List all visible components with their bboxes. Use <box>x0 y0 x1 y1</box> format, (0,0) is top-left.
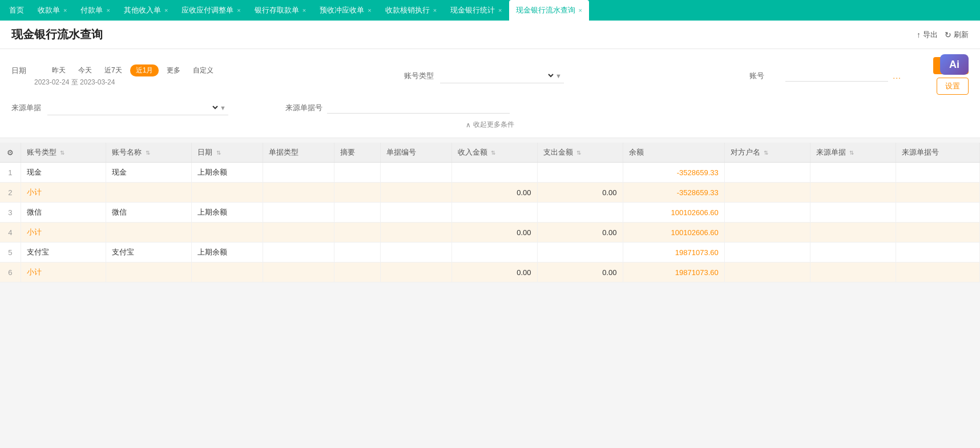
collapse-bar[interactable]: ∧ 收起更多条件 <box>11 118 969 132</box>
cell-source-doc <box>810 203 896 223</box>
date-btn-more[interactable]: 更多 <box>162 64 185 76</box>
cell-account-type: 现金 <box>21 163 106 183</box>
settings-button[interactable]: 设置 <box>937 78 969 95</box>
cell-balance: 100102606.60 <box>623 223 724 243</box>
cell-num: 3 <box>0 203 21 223</box>
th-income[interactable]: 收入金额 ⇅ <box>451 143 537 163</box>
close-tab-4-icon[interactable]: × <box>303 7 306 14</box>
close-tab-0-icon[interactable]: × <box>63 7 67 14</box>
cell-source-doc <box>810 223 896 243</box>
cell-source-doc <box>810 163 896 183</box>
date-btn-today[interactable]: 今天 <box>74 64 96 76</box>
th-balance: 余额 <box>623 143 724 163</box>
cell-balance: -3528659.33 <box>623 183 724 203</box>
table-header-row: ⚙ 账号类型 ⇅ 账号名称 ⇅ 日期 ⇅ 单据类型 摘要 单据编号 收入金额 ⇅… <box>0 143 980 163</box>
nav-tab-0[interactable]: 收款单 × <box>31 0 74 21</box>
cell-source-doc-no <box>896 263 979 282</box>
nav-tab-2[interactable]: 其他收入单 × <box>117 0 175 21</box>
refresh-button[interactable]: ↻ 刷新 <box>945 30 969 40</box>
close-tab-7-icon[interactable]: × <box>498 7 502 14</box>
cell-doc-type <box>263 203 334 223</box>
nav-tab-4[interactable]: 银行存取款单 × <box>248 0 313 21</box>
cell-account-name <box>106 223 192 243</box>
th-gear[interactable]: ⚙ <box>0 143 21 163</box>
export-icon: ↑ <box>917 30 921 39</box>
th-source-doc[interactable]: 来源单据 ⇅ <box>810 143 896 163</box>
cell-num: 1 <box>0 163 21 183</box>
account-ellipsis-button[interactable]: ... <box>893 71 901 80</box>
account-label: 账号 <box>749 71 781 81</box>
cell-source-doc-no <box>896 243 979 263</box>
nav-tab-8[interactable]: 现金银行流水查询 × <box>509 0 589 21</box>
data-table-container: ⚙ 账号类型 ⇅ 账号名称 ⇅ 日期 ⇅ 单据类型 摘要 单据编号 收入金额 ⇅… <box>0 143 980 282</box>
source-doc-select[interactable] <box>50 102 220 114</box>
date-btn-yesterday[interactable]: 昨天 <box>47 64 70 76</box>
page-title: 现金银行流水查询 <box>11 27 103 42</box>
cell-doc-type <box>263 243 334 263</box>
nav-tab-3[interactable]: 应收应付调整单 × <box>175 0 247 21</box>
close-tab-8-icon[interactable]: × <box>579 7 582 14</box>
close-tab-3-icon[interactable]: × <box>237 7 240 14</box>
cell-account-name: 微信 <box>106 203 192 223</box>
ai-assistant-badge[interactable]: Ai <box>940 54 969 75</box>
export-button[interactable]: ↑ 导出 <box>917 30 938 40</box>
cell-source-doc <box>810 263 896 282</box>
th-date[interactable]: 日期 ⇅ <box>192 143 263 163</box>
source-doc-label: 来源单据 <box>11 103 43 113</box>
th-expense[interactable]: 支出金额 ⇅ <box>537 143 623 163</box>
th-counterparty[interactable]: 对方户名 ⇅ <box>724 143 810 163</box>
close-tab-1-icon[interactable]: × <box>106 7 110 14</box>
close-tab-2-icon[interactable]: × <box>164 7 168 14</box>
cell-summary <box>334 183 380 203</box>
cell-summary <box>334 203 380 223</box>
account-type-select[interactable]: 现金 微信 支付宝 <box>442 70 555 82</box>
table-row[interactable]: 3微信微信上期余额100102606.60 <box>0 203 980 223</box>
th-account-type[interactable]: 账号类型 ⇅ <box>21 143 106 163</box>
cell-income <box>451 163 537 183</box>
collapse-up-icon: ∧ <box>466 121 471 129</box>
nav-tab-7[interactable]: 现金银行统计 × <box>443 0 509 21</box>
cell-num: 5 <box>0 243 21 263</box>
cell-date <box>192 263 263 282</box>
date-btn-custom[interactable]: 自定义 <box>188 64 218 76</box>
cell-summary <box>334 263 380 282</box>
account-type-chevron-icon: ▼ <box>555 72 562 79</box>
table-row[interactable]: 2小计0.000.00-3528659.33 <box>0 183 980 203</box>
th-account-name[interactable]: 账号名称 ⇅ <box>106 143 192 163</box>
cell-income <box>451 243 537 263</box>
table-row[interactable]: 4小计0.000.00100102606.60 <box>0 223 980 243</box>
date-btn-7days[interactable]: 近7天 <box>100 64 127 76</box>
cell-account-name: 支付宝 <box>106 243 192 263</box>
table-row[interactable]: 6小计0.000.0019871073.60 <box>0 263 980 282</box>
cell-account-name <box>106 183 192 203</box>
cell-expense <box>537 163 623 183</box>
cell-expense <box>537 203 623 223</box>
cell-income: 0.00 <box>451 263 537 282</box>
date-btn-1month[interactable]: 近1月 <box>130 64 159 76</box>
nav-home[interactable]: 首页 <box>2 0 31 21</box>
account-input[interactable] <box>785 70 888 82</box>
nav-tab-1[interactable]: 付款单 × <box>74 0 116 21</box>
cell-counterparty <box>724 223 810 243</box>
cell-source-doc-no <box>896 163 979 183</box>
nav-tab-6[interactable]: 收款核销执行 × <box>378 0 443 21</box>
cell-account-name: 现金 <box>106 163 192 183</box>
cell-income: 0.00 <box>451 223 537 243</box>
nav-tab-5[interactable]: 预收冲应收单 × <box>313 0 378 21</box>
account-type-select-wrapper: 现金 微信 支付宝 ▼ <box>440 68 564 83</box>
cell-doc-type <box>263 223 334 243</box>
table-row[interactable]: 1现金现金上期余额-3528659.33 <box>0 163 980 183</box>
table-row[interactable]: 5支付宝支付宝上期余额19871073.60 <box>0 243 980 263</box>
cell-date: 上期余额 <box>192 243 263 263</box>
cell-account-type: 小计 <box>21 263 106 282</box>
close-tab-6-icon[interactable]: × <box>433 7 437 14</box>
cell-summary <box>334 243 380 263</box>
cell-expense <box>537 243 623 263</box>
cell-counterparty <box>724 203 810 223</box>
cell-balance: 100102606.60 <box>623 203 724 223</box>
cell-doc-type <box>263 263 334 282</box>
source-doc-num-input[interactable] <box>327 102 510 114</box>
cell-num: 6 <box>0 263 21 282</box>
close-tab-5-icon[interactable]: × <box>368 7 371 14</box>
filter-row-2: 来源单据 ▼ 来源单据号 <box>11 100 969 115</box>
